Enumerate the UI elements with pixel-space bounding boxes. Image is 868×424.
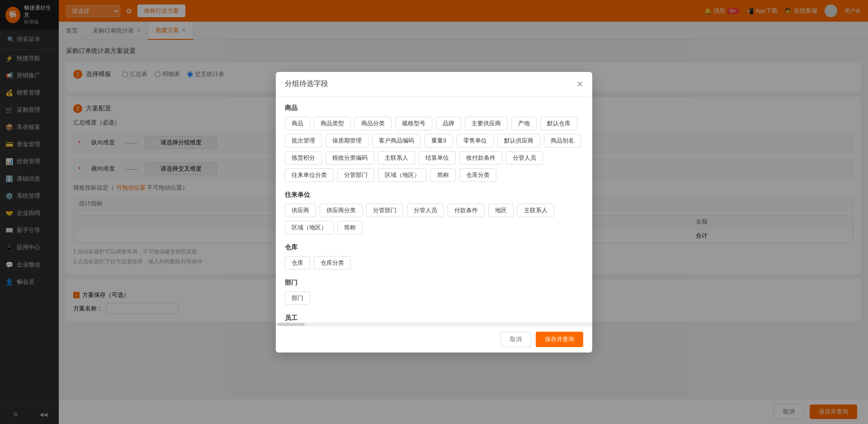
field-group-employee-title: 员工 (285, 314, 583, 322)
field-tags-goods: 商品 商品类型 商品分类 规格型号 品牌 主要供应商 产地 默认仓库 批次管理 … (285, 117, 583, 182)
field-tag-default-warehouse[interactable]: 默认仓库 (540, 117, 577, 130)
field-group-partner: 往来单位 供应商 供应商分类 分管部门 分管人员 付款条件 地区 主联系人 区域… (285, 191, 583, 234)
field-tag-partner-dept[interactable]: 分管部门 (366, 204, 403, 217)
field-tag-warehouse-cat[interactable]: 仓库分类 (314, 256, 351, 270)
field-tag-partner-category[interactable]: 往来单位分类 (285, 168, 334, 182)
field-group-warehouse: 仓库 仓库 仓库分类 (285, 243, 583, 270)
field-tag-payment-condition[interactable]: 付款条件 (448, 204, 485, 217)
modal-overlay: 分组待选字段 ✕ 商品 商品 商品类型 商品分类 规格型号 品牌 主要供应商 产… (0, 0, 868, 424)
field-tags-warehouse: 仓库 仓库分类 (285, 256, 583, 270)
field-group-warehouse-title: 仓库 (285, 243, 583, 252)
field-group-department-title: 部门 (285, 279, 583, 287)
field-tags-department: 部门 (285, 291, 583, 305)
field-tag-default-supplier[interactable]: 默认供应商 (497, 134, 540, 148)
field-tag-partner-contact[interactable]: 主联系人 (517, 204, 554, 217)
field-tag-weight[interactable]: 重量3 (425, 134, 453, 148)
modal-confirm-button[interactable]: 保存并查询 (536, 332, 583, 347)
field-tag-warehouse[interactable]: 仓库 (285, 256, 310, 270)
modal-close-button[interactable]: ✕ (576, 79, 583, 89)
field-tag-expiry[interactable]: 保质期管理 (326, 134, 368, 148)
field-tag-main-contact[interactable]: 主联系人 (378, 151, 415, 165)
field-tag-settle-unit[interactable]: 结算单位 (419, 151, 456, 165)
field-tag-main-supplier[interactable]: 主要供应商 (465, 117, 508, 130)
field-tag-origin[interactable]: 产地 (511, 117, 537, 130)
field-tag-payment-terms[interactable]: 收付款条件 (459, 151, 502, 165)
field-tag-spec[interactable]: 规格型号 (395, 117, 432, 130)
field-group-partner-title: 往来单位 (285, 191, 583, 199)
field-tag-short-name[interactable]: 简称 (430, 168, 456, 182)
field-tag-region[interactable]: 区域（地区） (378, 168, 427, 182)
modal-body[interactable]: 商品 商品 商品类型 商品分类 规格型号 品牌 主要供应商 产地 默认仓库 批次… (276, 97, 592, 323)
field-tag-partner-supervisor[interactable]: 分管人员 (407, 204, 444, 217)
field-tag-goods-category[interactable]: 商品分类 (354, 117, 392, 130)
modal-cancel-button[interactable]: 取消 (500, 332, 531, 347)
field-tag-customer-code[interactable]: 客户商品编码 (372, 134, 421, 148)
field-tag-warehouse-category[interactable]: 仓库分类 (459, 168, 496, 182)
field-tag-department[interactable]: 部门 (285, 291, 310, 305)
modal-header: 分组待选字段 ✕ (276, 72, 592, 97)
field-group-employee: 员工 业务员 (285, 314, 583, 323)
field-tag-partner-short[interactable]: 简称 (337, 221, 363, 234)
field-group-goods: 商品 商品 商品类型 商品分类 规格型号 品牌 主要供应商 产地 默认仓库 批次… (285, 104, 583, 182)
modal-scrollbar-x[interactable] (276, 323, 592, 326)
field-tag-partner-region[interactable]: 区域（地区） (285, 221, 334, 234)
field-tag-goods[interactable]: 商品 (285, 117, 310, 130)
field-tag-batch[interactable]: 批次管理 (285, 134, 322, 148)
field-group-department: 部门 部门 (285, 279, 583, 305)
field-tag-alias[interactable]: 商品别名 (544, 134, 581, 148)
field-selection-modal: 分组待选字段 ✕ 商品 商品 商品类型 商品分类 规格型号 品牌 主要供应商 产… (276, 72, 592, 353)
field-tag-brand[interactable]: 品牌 (436, 117, 461, 130)
field-tag-area[interactable]: 地区 (488, 204, 514, 217)
field-tag-supplier[interactable]: 供应商 (285, 204, 316, 217)
field-tag-supervisor[interactable]: 分管人员 (506, 151, 543, 165)
field-tag-pick-score[interactable]: 拣货积分 (285, 151, 322, 165)
field-tag-retail-unit[interactable]: 零售单位 (457, 134, 494, 148)
field-tag-tax-code[interactable]: 税收分类编码 (326, 151, 374, 165)
field-tags-partner: 供应商 供应商分类 分管部门 分管人员 付款条件 地区 主联系人 区域（地区） … (285, 204, 583, 234)
modal-footer: 取消 保存并查询 (276, 326, 592, 353)
field-tag-dept[interactable]: 分管部门 (337, 168, 374, 182)
field-tag-goods-type[interactable]: 商品类型 (314, 117, 351, 130)
field-tag-supplier-category[interactable]: 供应商分类 (320, 204, 363, 217)
field-group-goods-title: 商品 (285, 104, 583, 112)
modal-title: 分组待选字段 (285, 79, 328, 89)
